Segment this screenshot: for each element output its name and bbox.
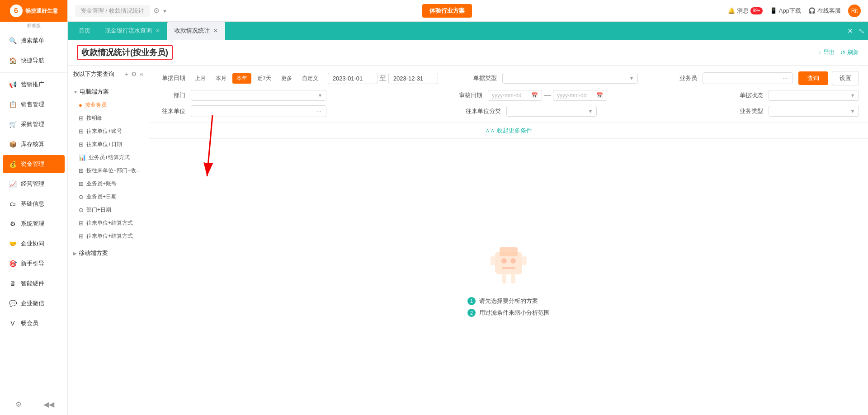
gear-icon[interactable]: ⚙ (153, 6, 160, 15)
counterpart-category-dropdown[interactable]: ▾ (506, 106, 597, 117)
sidebar-item-search[interactable]: 🔍 搜索菜单 (3, 32, 65, 50)
salesperson-more-icon[interactable]: ··· (783, 75, 788, 82)
tab-cashflow[interactable]: 现金银行流水查询 ✕ (98, 22, 167, 40)
dept-date-icon: ⊙ (79, 207, 84, 213)
page-actions: ↑ 导出 ↺ 刷新 (819, 48, 859, 57)
salesperson-account-icon: ⊞ (79, 180, 84, 187)
scheme-item-counterpart-settlement1[interactable]: ⊞ 往来单位+结算方式 (68, 217, 149, 230)
salesperson-date-icon: ⊙ (79, 193, 84, 200)
notification-label: 消息 (737, 7, 749, 15)
export-btn[interactable]: ↑ 导出 (819, 48, 835, 57)
date-btn-more[interactable]: 更多 (277, 73, 296, 84)
tab-collection[interactable]: 收款情况统计 ✕ (167, 22, 225, 40)
sidebar-item-finance[interactable]: 💰 资金管理 (3, 155, 65, 173)
svg-rect-5 (491, 256, 495, 265)
mobile-group-title[interactable]: ▶ 移动端方案 (68, 246, 149, 260)
trial-btn[interactable]: 体验行业方案 (422, 4, 472, 18)
date-end-input[interactable] (388, 73, 438, 84)
edition-badge: 标准版 (0, 22, 67, 31)
collapse-sidebar-btn[interactable]: ◀◀ (42, 397, 56, 411)
app-download-item[interactable]: 📱 App下载 (770, 7, 801, 15)
tab-close-collection[interactable]: ✕ (213, 28, 218, 34)
sidebar-item-business[interactable]: 📈 经营管理 (3, 175, 65, 193)
tab-close-all-icon[interactable]: ✕ (847, 27, 853, 35)
counterpart-label: 往来单位 (158, 107, 185, 115)
sidebar-item-guide[interactable]: 🎯 新手引导 (3, 255, 65, 273)
scheme-collapse-btn[interactable]: « (140, 71, 143, 78)
header-left: 资金管理 / 收款情况统计 ⚙ ▾ (75, 5, 166, 17)
counterpart-category-label: 往来单位分类 (466, 107, 501, 115)
filter-row-1: 单据日期 上月 本月 本年 近7天 更多 自定义 至 (158, 71, 859, 85)
sidebar-item-member[interactable]: V 畅会员 (3, 314, 65, 332)
counterpart-more-icon[interactable]: ··· (316, 108, 321, 115)
counterpart-settlement2-icon: ⊞ (79, 233, 84, 240)
scheme-item-salesperson-date[interactable]: ⊙ 业务员+日期 (68, 190, 149, 203)
date-btn-7days[interactable]: 近7天 (253, 73, 275, 84)
audit-date-end-input[interactable]: yyyy-mm-dd 📅 (553, 90, 607, 101)
scheme-item-salesperson-settlement[interactable]: 📊 业务员+结算方式 (68, 151, 149, 164)
sidebar-item-wechat[interactable]: 💬 企业微信 (3, 294, 65, 312)
system-icon: ⚙ (8, 219, 17, 228)
sidebar-item-system[interactable]: ⚙ 系统管理 (3, 215, 65, 233)
scheme-item-by-detail[interactable]: ⊞ 按明细 (68, 112, 149, 125)
finance-icon: 💰 (8, 160, 17, 169)
date-btn-custom[interactable]: 自定义 (298, 73, 322, 84)
date-btn-this-month[interactable]: 本月 (212, 73, 231, 84)
scheme-item-counterpart-dept[interactable]: ⊞ 按往来单位+部门+收... (68, 164, 149, 177)
date-btn-this-year[interactable]: 本年 (232, 73, 251, 84)
scheme-item-counterpart-settlement2[interactable]: ⊞ 往来单位+结算方式 (68, 230, 149, 243)
sidebar-item-inventory[interactable]: 📦 库存核算 (3, 135, 65, 153)
desktop-group-title[interactable]: ▼ 电脑端方案 (68, 85, 149, 99)
marketing-icon: 📢 (8, 80, 17, 89)
salesperson-dropdown[interactable]: ··· (703, 72, 793, 84)
tab-home[interactable]: 首页 (71, 27, 98, 35)
counterpart-settlement1-icon: ⊞ (79, 220, 84, 226)
sidebar-item-sales[interactable]: 📋 销售管理 (3, 95, 65, 113)
sidebar-item-basic[interactable]: 🗂 基础信息 (3, 195, 65, 213)
sidebar-item-purchase[interactable]: 🛒 采购管理 (3, 115, 65, 133)
date-start-input[interactable] (328, 73, 377, 84)
doc-status-dropdown[interactable]: ▾ (769, 90, 859, 101)
add-scheme-btn[interactable]: + (125, 71, 128, 78)
scheme-item-by-salesperson[interactable]: ● 按业务员 (68, 99, 149, 112)
step-1-num: 1 (467, 297, 476, 305)
doc-status-chevron: ▾ (851, 92, 854, 99)
detail-icon: ⊞ (79, 115, 84, 122)
counterpart-dropdown[interactable]: ··· (191, 105, 326, 117)
online-service-item[interactable]: 🎧 在线客服 (808, 7, 841, 15)
collapse-more-btn[interactable]: ∧∧ 收起更多条件 (149, 123, 868, 139)
setting-btn[interactable]: 设置 (832, 71, 859, 85)
notification-item[interactable]: 🔔 消息 99+ (728, 7, 763, 15)
tab-expand-icon[interactable]: ⤡ (859, 27, 864, 35)
sidebar-item-enterprise[interactable]: 🤝 企业协同 (3, 235, 65, 253)
scheme-settings-btn[interactable]: ⚙ (131, 71, 137, 78)
dept-chevron: ▾ (319, 92, 321, 99)
date-btn-last-month[interactable]: 上月 (191, 73, 210, 84)
query-btn[interactable]: 查询 (798, 71, 828, 85)
tab-close-cashflow[interactable]: ✕ (156, 28, 160, 34)
sidebar-item-hardware[interactable]: 🖥 智能硬件 (3, 274, 65, 292)
audit-date-start-text: yyyy-mm-dd (492, 92, 521, 99)
app-logo: 6 畅捷通好生意 (0, 0, 67, 22)
top-header: 资金管理 / 收款情况统计 ⚙ ▾ 体验行业方案 🔔 消息 99+ 📱 App下… (68, 0, 868, 22)
settings-bottom-btn[interactable]: ⚙ (11, 397, 26, 411)
counterpart-account-icon: ⊞ (79, 128, 84, 135)
user-avatar[interactable]: Rit (848, 5, 861, 17)
scheme-item-counterpart-account[interactable]: ⊞ 往来单位+账号 (68, 125, 149, 138)
step-2-num: 2 (467, 309, 476, 317)
scheme-item-salesperson-account[interactable]: ⊞ 业务员+账号 (68, 177, 149, 190)
dept-dropdown[interactable]: ▾ (191, 90, 326, 101)
scheme-item-counterpart-date[interactable]: ⊞ 往来单位+日期 (68, 138, 149, 151)
mobile-scheme-group: ▶ 移动端方案 (68, 245, 149, 262)
sidebar-item-marketing[interactable]: 📢 营销推广 (3, 75, 65, 94)
scheme-item-dept-date[interactable]: ⊙ 部门+日期 (68, 203, 149, 217)
refresh-btn[interactable]: ↺ 刷新 (840, 48, 859, 57)
business-icon: 📈 (8, 179, 17, 189)
dropdown-icon[interactable]: ▾ (163, 7, 166, 14)
sidebar-item-shortcut[interactable]: 🏠 快捷导航 (3, 52, 65, 70)
doc-type-dropdown[interactable]: ▾ (502, 73, 638, 84)
audit-date-start-input[interactable]: yyyy-mm-dd 📅 (488, 90, 542, 101)
svg-rect-6 (522, 256, 527, 265)
business-type-dropdown[interactable]: ▾ (769, 106, 859, 117)
business-type-chevron: ▾ (851, 108, 854, 114)
